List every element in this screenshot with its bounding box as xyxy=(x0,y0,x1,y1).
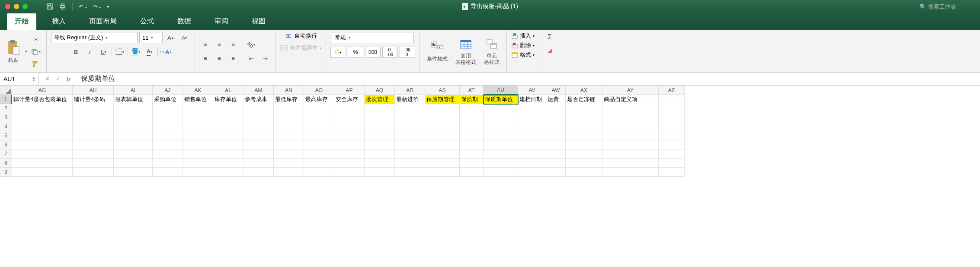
font-color-button[interactable]: A▾ xyxy=(144,47,156,57)
cell[interactable] xyxy=(518,159,546,168)
cell[interactable] xyxy=(460,131,484,140)
tab-开始[interactable]: 开始 xyxy=(7,13,36,30)
copy-button[interactable]: ▾ xyxy=(30,47,42,57)
cell[interactable]: 运费 xyxy=(546,95,566,104)
tab-数据[interactable]: 数据 xyxy=(170,13,199,30)
cell[interactable] xyxy=(304,168,334,177)
fx-icon[interactable]: fx xyxy=(67,76,70,83)
cell[interactable] xyxy=(73,122,114,131)
tab-页面布局[interactable]: 页面布局 xyxy=(81,13,125,30)
cell[interactable] xyxy=(153,149,183,159)
cell[interactable] xyxy=(395,113,425,122)
cell[interactable] xyxy=(566,122,602,131)
cell[interactable] xyxy=(365,113,395,122)
tab-插入[interactable]: 插入 xyxy=(44,13,74,30)
minimize-window-button[interactable] xyxy=(14,4,19,9)
cell[interactable] xyxy=(566,168,602,177)
cell[interactable] xyxy=(566,149,602,159)
row-header[interactable]: 8 xyxy=(0,159,12,168)
save-icon[interactable] xyxy=(46,3,53,10)
paste-button[interactable]: 粘贴 xyxy=(4,39,22,64)
cell[interactable] xyxy=(114,149,153,159)
italic-button[interactable]: I xyxy=(84,47,96,57)
cell[interactable] xyxy=(334,149,365,159)
cell[interactable] xyxy=(243,149,274,159)
align-top-button[interactable]: ≡ xyxy=(199,40,211,50)
cell[interactable] xyxy=(518,113,546,122)
cell[interactable] xyxy=(518,131,546,140)
cell[interactable] xyxy=(213,131,243,140)
cell[interactable] xyxy=(395,168,425,177)
tab-公式[interactable]: 公式 xyxy=(132,13,162,30)
cell[interactable] xyxy=(395,159,425,168)
cell[interactable] xyxy=(183,168,213,177)
increase-decimal-button[interactable]: .0.00 xyxy=(382,47,398,58)
cell[interactable]: 保质期管理 xyxy=(425,95,460,104)
cell[interactable] xyxy=(274,122,304,131)
row-header[interactable]: 4 xyxy=(0,122,12,131)
row-header[interactable]: 9 xyxy=(0,168,12,177)
cell[interactable] xyxy=(274,131,304,140)
tab-视图[interactable]: 视图 xyxy=(244,13,273,30)
cell[interactable] xyxy=(114,104,153,113)
cell[interactable] xyxy=(659,131,685,140)
cell[interactable] xyxy=(153,104,183,113)
cell[interactable] xyxy=(12,140,73,149)
cell[interactable] xyxy=(243,140,274,149)
insert-cells-button[interactable]: 插入▾ xyxy=(511,32,535,40)
cell[interactable] xyxy=(243,122,274,131)
cell[interactable]: 保质期单位 xyxy=(484,95,518,104)
cell[interactable] xyxy=(566,140,602,149)
cell[interactable] xyxy=(274,159,304,168)
cell[interactable] xyxy=(213,168,243,177)
comma-button[interactable]: 000 xyxy=(365,47,381,58)
cell[interactable] xyxy=(12,159,73,168)
cell[interactable] xyxy=(602,131,659,140)
cell[interactable] xyxy=(546,131,566,140)
cell-styles-button[interactable]: 单元 格样式 xyxy=(481,37,502,66)
cell[interactable] xyxy=(183,131,213,140)
cell[interactable]: 采购单位 xyxy=(153,95,183,104)
row-header[interactable]: 5 xyxy=(0,131,12,140)
cell[interactable] xyxy=(12,168,73,177)
cell[interactable] xyxy=(425,122,460,131)
cell[interactable] xyxy=(304,122,334,131)
cell[interactable] xyxy=(213,149,243,159)
cell[interactable] xyxy=(274,149,304,159)
column-header[interactable]: AS xyxy=(425,86,460,95)
cell[interactable] xyxy=(73,131,114,140)
cell[interactable] xyxy=(334,159,365,168)
column-header[interactable]: AJ xyxy=(153,86,183,95)
cell[interactable] xyxy=(274,168,304,177)
cell[interactable] xyxy=(183,149,213,159)
cell[interactable] xyxy=(425,149,460,159)
cell[interactable] xyxy=(365,131,395,140)
cell[interactable] xyxy=(304,131,334,140)
cell[interactable] xyxy=(460,159,484,168)
select-all-corner[interactable] xyxy=(0,86,12,95)
cell[interactable] xyxy=(460,140,484,149)
cell[interactable]: 销售单位 xyxy=(183,95,213,104)
cell[interactable] xyxy=(425,168,460,177)
cell[interactable] xyxy=(274,104,304,113)
align-middle-button[interactable]: ≡ xyxy=(213,40,225,50)
column-header[interactable]: AX xyxy=(566,86,602,95)
cell[interactable] xyxy=(243,159,274,168)
cell[interactable] xyxy=(183,140,213,149)
cell[interactable] xyxy=(425,104,460,113)
cell[interactable]: 辅计量4是否包装单位 xyxy=(12,95,73,104)
cell[interactable] xyxy=(334,131,365,140)
cell[interactable]: 最低库存 xyxy=(274,95,304,104)
cell[interactable] xyxy=(602,104,659,113)
cell[interactable] xyxy=(365,122,395,131)
number-format-select[interactable]: 常规▾ xyxy=(332,32,414,43)
cell[interactable] xyxy=(484,140,518,149)
cell[interactable] xyxy=(183,122,213,131)
redo-icon[interactable]: ↷ ▾ xyxy=(93,3,101,10)
row-header[interactable]: 1 xyxy=(0,95,12,104)
cell[interactable] xyxy=(518,122,546,131)
cell[interactable] xyxy=(659,140,685,149)
cell[interactable] xyxy=(213,159,243,168)
column-header[interactable]: AW xyxy=(546,86,566,95)
row-header[interactable]: 3 xyxy=(0,113,12,122)
